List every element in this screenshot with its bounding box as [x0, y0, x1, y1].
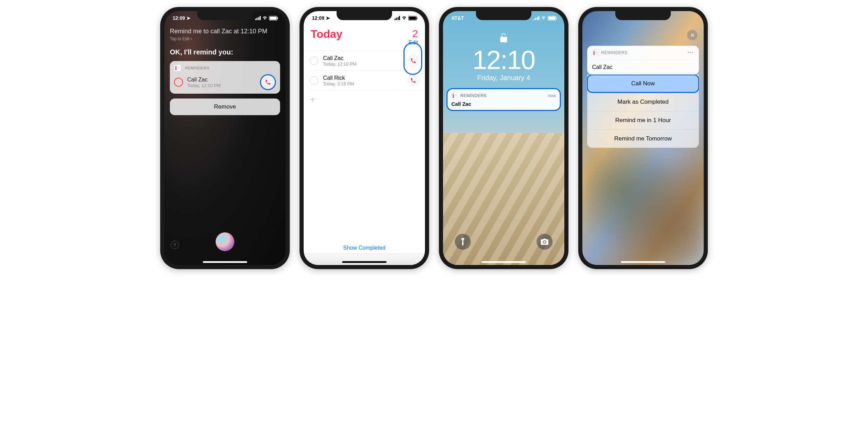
phone-icon — [410, 77, 416, 84]
app-name-label: REMINDERS — [601, 50, 628, 55]
siri-response-text: OK, I'll remind you: — [170, 48, 280, 56]
call-action-button[interactable] — [260, 74, 276, 90]
more-button[interactable]: ••• — [687, 50, 694, 55]
wifi-icon — [541, 16, 546, 20]
reminders-app-icon — [451, 92, 458, 99]
action-remind-1-hour[interactable]: Remind me in 1 Hour — [587, 111, 699, 129]
show-completed-button[interactable]: Show Completed — [304, 245, 425, 251]
home-indicator[interactable] — [481, 261, 526, 263]
action-call-now[interactable]: Call Now — [587, 75, 699, 93]
phone-lockscreen: AT&T 12:10 Friday, January 4 REMINDERS n… — [439, 7, 568, 269]
battery-icon — [548, 16, 556, 20]
camera-icon — [541, 239, 548, 245]
status-time: 12:09 — [312, 15, 324, 21]
unlock-icon — [443, 33, 564, 45]
phone-siri: 12:09 ➤ Remind me to call Zac at 12:10 P… — [160, 7, 290, 269]
flashlight-icon — [460, 238, 466, 246]
phone-reminders: 12:09 ➤ Today 2 Edit — [300, 7, 429, 269]
reminder-count: 2 — [408, 28, 418, 40]
reminders-app-icon — [174, 65, 181, 71]
wifi-icon — [401, 16, 407, 20]
notification-title: Call Zac — [451, 101, 556, 107]
screen-title: Today — [311, 28, 342, 46]
lock-date: Friday, January 4 — [443, 74, 564, 82]
camera-button[interactable] — [537, 234, 553, 250]
reminder-checkbox[interactable] — [310, 76, 318, 85]
cellular-icon — [255, 16, 261, 20]
home-indicator[interactable] — [342, 261, 387, 263]
app-name-label: REMINDERS — [185, 66, 210, 70]
close-icon: ✕ — [690, 32, 695, 38]
battery-icon — [408, 16, 417, 20]
wifi-icon — [262, 16, 268, 20]
call-action-button[interactable] — [407, 74, 419, 87]
reminder-time: Today, 3:15 PM — [323, 81, 407, 86]
reminder-title: Call Rick — [323, 75, 407, 81]
notification-title: Call Zac — [587, 60, 699, 75]
reminder-preview-card[interactable]: REMINDERS Call Zac Today, 12:10 PM — [170, 61, 280, 94]
lock-clock: 12:10 — [443, 47, 564, 73]
reminder-title: Call Zac — [187, 77, 260, 83]
siri-help-button[interactable]: ? — [171, 241, 179, 249]
reminder-time: Today, 12:10 PM — [187, 83, 260, 88]
list-item[interactable]: Call Rick Today, 3:15 PM — [310, 71, 425, 91]
location-icon: ➤ — [186, 15, 191, 21]
cellular-icon — [534, 16, 540, 20]
home-indicator[interactable] — [203, 261, 247, 263]
highlight-ring — [403, 42, 422, 75]
reminder-checkbox[interactable] — [310, 57, 318, 65]
carrier-label: AT&T — [451, 15, 464, 21]
tap-to-edit-hint[interactable]: Tap to Edit › — [170, 36, 280, 41]
phone-icon — [265, 79, 271, 85]
action-mark-completed[interactable]: Mark as Completed — [587, 93, 699, 111]
notification-detail-card: REMINDERS ••• Call Zac — [587, 46, 699, 75]
notification-card[interactable]: REMINDERS now Call Zac — [447, 89, 560, 110]
reminder-time: Today, 12:10 PM — [323, 61, 407, 67]
app-name-label: REMINDERS — [460, 93, 487, 98]
home-indicator[interactable] — [621, 261, 665, 263]
location-icon: ➤ — [326, 15, 330, 21]
add-reminder-button[interactable]: + — [310, 94, 419, 105]
reminder-title: Call Zac — [323, 55, 407, 61]
app-switcher-bar[interactable] — [304, 254, 425, 265]
notification-time: now — [548, 93, 556, 98]
status-time: 12:09 — [173, 15, 185, 21]
remove-button[interactable]: Remove — [170, 99, 280, 115]
action-remind-tomorrow[interactable]: Remind me Tomorrow — [587, 129, 699, 148]
close-button[interactable]: ✕ — [687, 30, 697, 40]
reminder-checkbox[interactable] — [174, 78, 183, 87]
phone-actions: ✕ REMINDERS ••• Call Zac Call Now Mark a… — [578, 7, 708, 269]
chevron-right-icon: › — [191, 36, 192, 41]
siri-query-text[interactable]: Remind me to call Zac at 12:10 PM — [170, 28, 280, 35]
siri-orb-icon[interactable] — [216, 232, 234, 251]
cellular-icon — [394, 16, 400, 20]
reminders-app-icon — [592, 49, 599, 56]
battery-icon — [269, 16, 277, 20]
flashlight-button[interactable] — [455, 234, 471, 250]
